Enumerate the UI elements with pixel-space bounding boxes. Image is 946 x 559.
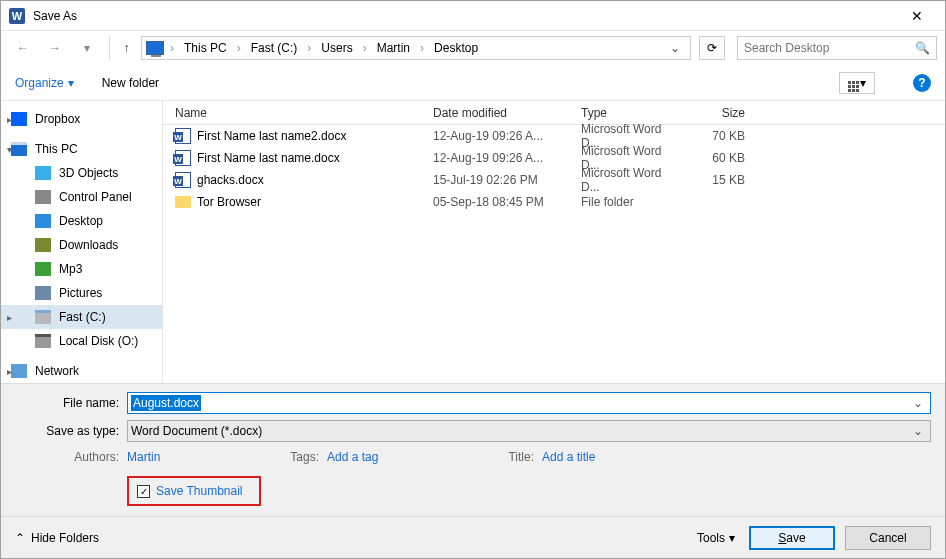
address-dropdown-icon[interactable]: ⌄ [664,41,686,55]
sidebar-item-localdisk[interactable]: Local Disk (O:) [1,329,162,353]
desktop-icon [35,214,51,228]
collapse-icon[interactable]: ▸ [7,114,12,125]
filename-input[interactable]: August.docx ⌄ [127,392,931,414]
save-button[interactable]: Save [749,526,835,550]
sidebar-item-thispc[interactable]: ▾This PC [1,137,162,161]
filename-label: File name: [15,396,127,410]
breadcrumb-sep-icon: › [233,41,245,55]
file-row[interactable]: ghacks.docx15-Jul-19 02:26 PMMicrosoft W… [163,169,945,191]
file-type: File folder [569,195,683,209]
sidebar-item-3dobjects[interactable]: 3D Objects [1,161,162,185]
sidebar-item-mp3[interactable]: Mp3 [1,257,162,281]
breadcrumb-sep-icon: › [303,41,315,55]
search-input[interactable]: Search Desktop 🔍 [737,36,937,60]
nav-recent-dropdown[interactable]: ▾ [73,36,101,60]
nav-back-button[interactable]: ← [9,36,37,60]
sidebar-item-dropbox[interactable]: ▸Dropbox [1,107,162,131]
file-date: 15-Jul-19 02:26 PM [421,173,569,187]
dialog-footer: ⌃ Hide Folders Tools ▾ Save Cancel [1,516,945,558]
sidebar-item-downloads[interactable]: Downloads [1,233,162,257]
breadcrumb-sep-icon: › [166,41,178,55]
pictures-icon [35,286,51,300]
tags-value[interactable]: Add a tag [327,450,378,464]
breadcrumb-sep-icon: › [416,41,428,55]
sidebar-item-network[interactable]: ▸Network [1,359,162,383]
drive-icon [35,310,51,324]
filename-value: August.docx [131,395,201,411]
downloads-icon [35,238,51,252]
breadcrumb-item[interactable]: Desktop [430,39,482,57]
col-date[interactable]: Date modified [421,106,569,120]
column-headers: Name Date modified Type Size [163,101,945,125]
organize-menu[interactable]: Organize▾ [15,76,74,90]
file-date: 12-Aug-19 09:26 A... [421,129,569,143]
sidebar-item-fastc[interactable]: ▸Fast (C:) [1,305,162,329]
col-type[interactable]: Type [569,106,683,120]
tools-menu[interactable]: Tools ▾ [697,531,735,545]
word-doc-icon [175,172,191,188]
drive-icon [35,334,51,348]
word-app-icon: W [9,8,25,24]
this-pc-icon [146,41,164,55]
title-value[interactable]: Add a title [542,450,595,464]
breadcrumb-item[interactable]: Martin [373,39,414,57]
toolbar: Organize▾ New folder ▾ ? [1,65,945,101]
authors-label: Authors: [15,450,127,464]
file-name: First Name last name2.docx [197,129,346,143]
music-icon [35,262,51,276]
sidebar-item-desktop[interactable]: Desktop [1,209,162,233]
save-thumbnail-label[interactable]: Save Thumbnail [156,484,243,498]
chevron-down-icon: ▾ [729,531,735,545]
nav-up-button[interactable]: ↑ [109,36,137,60]
search-placeholder: Search Desktop [744,41,915,55]
cancel-button[interactable]: Cancel [845,526,931,550]
sidebar-tree[interactable]: ▸Dropbox ▾This PC 3D Objects Control Pan… [1,101,163,383]
file-type: Microsoft Word D... [569,166,683,194]
file-date: 05-Sep-18 08:45 PM [421,195,569,209]
saveastype-combo[interactable]: Word Document (*.docx) ⌄ [127,420,931,442]
chevron-up-icon: ⌃ [15,531,25,545]
saveastype-label: Save as type: [15,424,127,438]
save-thumbnail-checkbox[interactable]: ✓ [137,485,150,498]
save-thumbnail-highlight: ✓ Save Thumbnail [127,476,261,506]
save-form: File name: August.docx ⌄ Save as type: W… [1,383,945,516]
chevron-down-icon[interactable]: ⌄ [909,424,927,438]
file-row[interactable]: First Name last name2.docx12-Aug-19 09:2… [163,125,945,147]
folder-icon [175,196,191,208]
title-label: Title: [508,450,542,464]
breadcrumb-item[interactable]: This PC [180,39,231,57]
address-bar[interactable]: › This PC › Fast (C:) › Users › Martin ›… [141,36,691,60]
refresh-button[interactable]: ⟳ [699,36,725,60]
breadcrumb-item[interactable]: Fast (C:) [247,39,302,57]
file-row[interactable]: First Name last name.docx12-Aug-19 09:26… [163,147,945,169]
window-title: Save As [33,9,897,23]
new-folder-button[interactable]: New folder [102,76,159,90]
expand-icon[interactable]: ▾ [7,144,12,155]
authors-value[interactable]: Martin [127,450,160,464]
hide-folders-button[interactable]: ⌃ Hide Folders [15,531,99,545]
sidebar-item-pictures[interactable]: Pictures [1,281,162,305]
file-size: 60 KB [683,151,775,165]
expand-icon[interactable]: ▸ [7,366,12,377]
col-name[interactable]: Name [163,106,421,120]
close-button[interactable]: ✕ [897,1,937,31]
nav-row: ← → ▾ ↑ › This PC › Fast (C:) › Users › … [1,31,945,65]
file-size: 70 KB [683,129,775,143]
expand-icon[interactable]: ▸ [7,312,12,323]
file-list[interactable]: Name Date modified Type Size First Name … [163,101,945,383]
sidebar-item-controlpanel[interactable]: Control Panel [1,185,162,209]
chevron-down-icon[interactable]: ⌄ [909,396,927,410]
tags-label: Tags: [290,450,327,464]
help-button[interactable]: ? [913,74,931,92]
word-doc-icon [175,128,191,144]
col-size[interactable]: Size [683,106,775,120]
search-icon: 🔍 [915,41,930,55]
chevron-down-icon: ▾ [860,76,866,90]
pc-icon [11,142,27,156]
file-name: First Name last name.docx [197,151,340,165]
breadcrumb-item[interactable]: Users [317,39,356,57]
titlebar: W Save As ✕ [1,1,945,31]
file-row[interactable]: Tor Browser05-Sep-18 08:45 PMFile folder [163,191,945,213]
view-options-button[interactable]: ▾ [839,72,875,94]
chevron-down-icon: ▾ [68,76,74,90]
